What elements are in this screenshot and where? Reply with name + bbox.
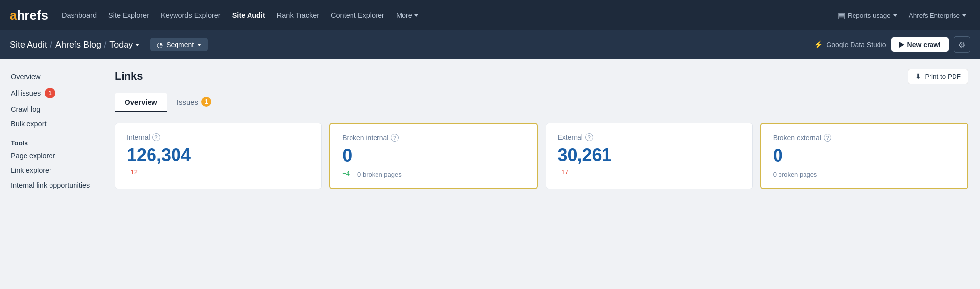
broken-internal-help-icon[interactable]: ? bbox=[391, 134, 399, 142]
nav-keywords-explorer[interactable]: Keywords Explorer bbox=[156, 8, 226, 22]
external-delta: −17 bbox=[558, 169, 740, 176]
sidebar-item-bulk-export[interactable]: Bulk export bbox=[11, 117, 95, 131]
more-chevron-icon bbox=[414, 14, 418, 17]
breadcrumb-today-label: Today bbox=[109, 40, 133, 50]
broken-external-footer: 0 broken pages bbox=[773, 171, 817, 178]
external-label-text: External bbox=[558, 133, 583, 141]
logo-rest: hrefs bbox=[17, 8, 48, 23]
broken-internal-delta: −4 bbox=[342, 170, 350, 177]
broken-external-bottom: 0 broken pages bbox=[773, 169, 955, 178]
sidebar-item-page-explorer[interactable]: Page explorer bbox=[11, 148, 95, 163]
broken-internal-footer: 0 broken pages bbox=[357, 171, 402, 178]
breadcrumb-sep-2: / bbox=[104, 40, 106, 50]
enterprise-btn[interactable]: Ahrefs Enterprise bbox=[905, 10, 970, 21]
segment-pie-icon: ◔ bbox=[157, 41, 163, 48]
sidebar-item-crawl-log[interactable]: Crawl log bbox=[11, 102, 95, 117]
logo-text: ahrefs bbox=[10, 8, 48, 23]
nav-links: Dashboard Site Explorer Keywords Explore… bbox=[57, 8, 834, 22]
logo[interactable]: ahrefs bbox=[10, 8, 48, 23]
google-data-studio-button[interactable]: ⚡ Google Data Studio bbox=[814, 40, 886, 49]
logo-a-letter: a bbox=[10, 8, 17, 23]
page-explorer-label: Page explorer bbox=[11, 152, 55, 160]
new-crawl-button[interactable]: New crawl bbox=[891, 37, 949, 52]
segment-chevron-icon bbox=[197, 44, 201, 46]
card-internal: Internal ? 126,304 −12 bbox=[115, 123, 322, 189]
sidebar: Overview All issues 1 Crawl log Bulk exp… bbox=[0, 59, 103, 289]
sidebar-item-overview[interactable]: Overview bbox=[11, 70, 95, 84]
segment-button[interactable]: ◔ Segment bbox=[150, 38, 208, 51]
reports-usage-label: Reports usage bbox=[848, 12, 891, 19]
nav-dashboard[interactable]: Dashboard bbox=[57, 8, 101, 22]
reports-usage-btn[interactable]: ▤ Reports usage bbox=[834, 9, 901, 22]
card-broken-external: Broken external ? 0 0 broken pages bbox=[760, 123, 968, 189]
card-broken-internal: Broken internal ? 0 −4 0 broken pages bbox=[329, 123, 537, 189]
internal-help-icon[interactable]: ? bbox=[152, 133, 160, 141]
internal-delta: −12 bbox=[127, 169, 309, 176]
internal-link-opps-label: Internal link opportunities bbox=[11, 181, 90, 189]
sidebar-item-internal-link-opportunities[interactable]: Internal link opportunities bbox=[11, 178, 95, 193]
settings-button[interactable]: ⚙ bbox=[954, 36, 970, 53]
broken-external-value: 0 bbox=[773, 145, 955, 166]
sidebar-overview-label: Overview bbox=[11, 73, 40, 81]
tab-overview[interactable]: Overview bbox=[115, 93, 167, 112]
sidebar-item-all-issues[interactable]: All issues 1 bbox=[11, 84, 95, 102]
gds-label: Google Data Studio bbox=[826, 41, 886, 48]
nav-site-explorer[interactable]: Site Explorer bbox=[103, 8, 154, 22]
top-nav: ahrefs Dashboard Site Explorer Keywords … bbox=[0, 0, 980, 30]
main-content: Overview All issues 1 Crawl log Bulk exp… bbox=[0, 59, 980, 289]
new-crawl-label: New crawl bbox=[907, 41, 941, 48]
print-btn-label: Print to PDF bbox=[925, 73, 961, 80]
nav-right: ▤ Reports usage Ahrefs Enterprise bbox=[834, 9, 970, 22]
print-to-pdf-button[interactable]: ⬇ Print to PDF bbox=[908, 69, 968, 84]
broken-external-help-icon[interactable]: ? bbox=[824, 134, 831, 142]
issues-tab-badge: 1 bbox=[201, 97, 211, 107]
breadcrumb-site-audit[interactable]: Site Audit bbox=[10, 40, 47, 50]
page-area: Links ⬇ Print to PDF Overview Issues 1 I… bbox=[103, 59, 980, 289]
broken-internal-label: Broken internal ? bbox=[342, 134, 525, 142]
segment-label: Segment bbox=[166, 41, 194, 48]
gear-icon: ⚙ bbox=[958, 40, 965, 49]
breadcrumb: Site Audit / Ahrefs Blog / Today bbox=[10, 40, 139, 50]
internal-value: 126,304 bbox=[127, 145, 309, 166]
internal-label-text: Internal bbox=[127, 133, 150, 141]
tab-overview-label: Overview bbox=[125, 98, 157, 106]
link-explorer-label: Link explorer bbox=[11, 167, 51, 174]
broken-external-label-text: Broken external bbox=[773, 134, 821, 142]
print-icon: ⬇ bbox=[915, 72, 921, 80]
internal-label: Internal ? bbox=[127, 133, 309, 141]
sidebar-all-issues-label: All issues bbox=[11, 89, 41, 97]
sub-nav: Site Audit / Ahrefs Blog / Today ◔ Segme… bbox=[0, 30, 980, 59]
sidebar-crawl-log-label: Crawl log bbox=[11, 105, 40, 113]
breadcrumb-blog[interactable]: Ahrefs Blog bbox=[55, 40, 101, 50]
sidebar-item-link-explorer[interactable]: Link explorer bbox=[11, 163, 95, 178]
tab-issues-label: Issues bbox=[177, 98, 198, 106]
nav-rank-tracker[interactable]: Rank Tracker bbox=[272, 8, 324, 22]
breadcrumb-today[interactable]: Today bbox=[109, 40, 139, 50]
page-header: Links ⬇ Print to PDF bbox=[115, 69, 968, 84]
card-external: External ? 30,261 −17 bbox=[546, 123, 753, 189]
external-help-icon[interactable]: ? bbox=[585, 133, 593, 141]
enterprise-chevron-icon bbox=[962, 14, 966, 17]
tools-section-title: Tools bbox=[11, 131, 95, 148]
page-title: Links bbox=[115, 70, 143, 83]
breadcrumb-sep-1: / bbox=[50, 40, 52, 50]
reports-chevron-icon bbox=[893, 14, 897, 17]
nav-more-label: More bbox=[396, 11, 412, 19]
sub-nav-right: ⚡ Google Data Studio New crawl ⚙ bbox=[814, 36, 970, 53]
all-issues-badge: 1 bbox=[45, 88, 55, 98]
nav-content-explorer[interactable]: Content Explorer bbox=[326, 8, 389, 22]
broken-internal-bottom: −4 0 broken pages bbox=[342, 169, 525, 178]
external-value: 30,261 bbox=[558, 145, 740, 166]
gds-icon: ⚡ bbox=[814, 40, 823, 49]
nav-more[interactable]: More bbox=[391, 8, 423, 22]
reports-icon: ▤ bbox=[838, 11, 845, 20]
broken-internal-value: 0 bbox=[342, 145, 525, 166]
external-label: External ? bbox=[558, 133, 740, 141]
sidebar-bulk-export-label: Bulk export bbox=[11, 120, 47, 128]
enterprise-label: Ahrefs Enterprise bbox=[909, 12, 960, 19]
today-chevron-icon bbox=[135, 44, 139, 46]
nav-site-audit[interactable]: Site Audit bbox=[227, 8, 270, 22]
cards-row: Internal ? 126,304 −12 Broken internal ?… bbox=[115, 123, 968, 189]
broken-internal-label-text: Broken internal bbox=[342, 134, 388, 142]
tab-issues[interactable]: Issues 1 bbox=[167, 92, 221, 113]
